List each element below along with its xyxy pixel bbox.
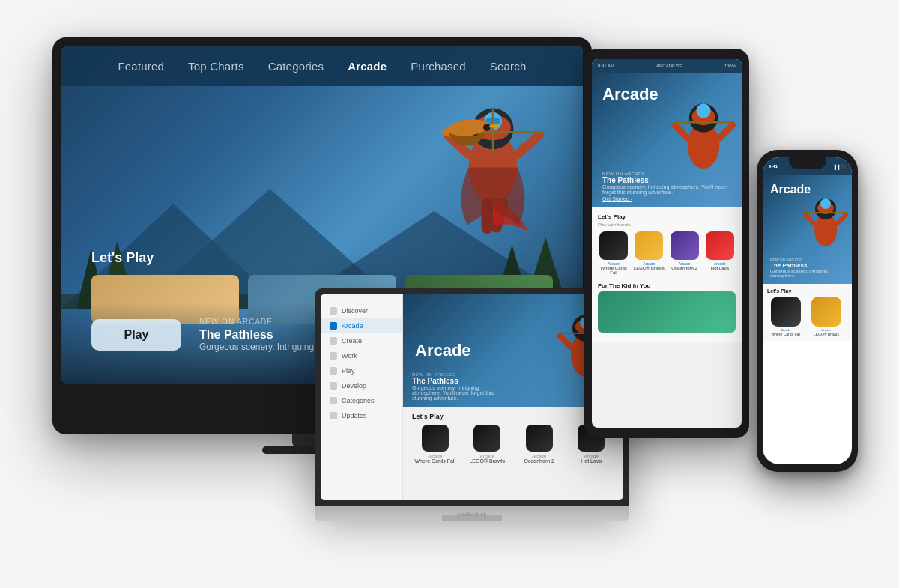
macbook-sidebar-work[interactable]: Work	[321, 348, 402, 363]
iphone-game-name-1: Where Cards Fall	[767, 332, 805, 336]
macbook-game-where-cards-fall[interactable]: Arcade Where Cards Fall	[412, 425, 458, 464]
ipad-device: 9:41 AM ARCADE 5G 100% Arcade	[584, 49, 749, 438]
scene: Featured Top Charts Categories Arcade Pu…	[0, 0, 899, 588]
ipad-for-kid-title: For The Kid In You	[598, 282, 736, 289]
ipad-game-name-4: Hot Lava	[704, 266, 736, 270]
macbook-sidebar-develop[interactable]: Develop	[321, 378, 402, 393]
iphone-bezel: 9:41 ▐▐ ⬛ Arcade	[757, 150, 858, 472]
iphone-content: Let's Play Arcade Where Cards Fall Arcad…	[763, 284, 852, 341]
svg-line-24	[560, 336, 571, 347]
iphone-notch-area: 9:41 ▐▐ ⬛	[763, 157, 852, 175]
tv-new-on-arcade-badge: NEW ON ARCADE	[199, 318, 324, 326]
svg-point-37	[820, 198, 831, 209]
develop-icon	[330, 382, 337, 390]
tv-nav-top-charts[interactable]: Top Charts	[188, 60, 244, 73]
arcade-icon	[330, 322, 337, 330]
ipad-time: 9:41 AM	[598, 64, 614, 68]
svg-line-31	[675, 125, 687, 138]
iphone-game-info: NEW ON ARCADE The Pathless Gorgeous scen…	[770, 258, 852, 278]
iphone-status-icons: ▐▐ ⬛	[833, 164, 846, 169]
ipad-network: ARCADE 5G	[656, 64, 682, 68]
tv-bird	[433, 106, 500, 159]
work-icon	[330, 352, 337, 360]
iphone-game-title: The Pathless	[770, 262, 852, 269]
ipad-game-name-1: Where Cards Fall	[598, 266, 629, 275]
updates-icon	[330, 412, 337, 419]
tv-lets-play-title: Let's Play	[91, 250, 553, 266]
ipad-for-kid-section: For The Kid In You	[598, 282, 736, 333]
ipad-game-lego-brawls[interactable]: Arcade LEGO® Brawls	[633, 231, 665, 275]
macbook-game-name-2: LEGO® Brawls	[464, 458, 511, 464]
iphone-game-icon-1	[771, 297, 801, 327]
macbook-sidebar-play[interactable]: Play	[321, 363, 402, 378]
tv-nav-categories[interactable]: Categories	[268, 60, 324, 73]
play-icon	[330, 367, 337, 375]
macbook-sidebar-categories[interactable]: Categories	[321, 393, 402, 408]
game-icon-oceanhorn	[526, 425, 553, 452]
ipad-bezel: 9:41 AM ARCADE 5G 100% Arcade	[584, 49, 749, 438]
macbook-featured-desc: Gorgeous scenery, Intriguing atmosphere.…	[412, 385, 502, 401]
tv-nav-featured[interactable]: Featured	[118, 60, 164, 73]
ipad-game-icon-3	[671, 231, 699, 260]
iphone-game-1[interactable]: Arcade Where Cards Fall	[767, 297, 805, 336]
macbook-game-oceanhorn[interactable]: Arcade Oceanhorn 2	[516, 425, 563, 464]
macbook-game-name-4: Hot Lava	[569, 458, 615, 464]
macbook-arcade-title: Arcade	[415, 341, 471, 360]
tv-nav-search[interactable]: Search	[490, 60, 527, 73]
macbook-sidebar-updates[interactable]: Updates	[321, 408, 402, 423]
ipad-game-title: The Pathless	[602, 176, 742, 184]
macbook-game-name-3: Oceanhorn 2	[516, 458, 563, 464]
ipad-lets-play-sub: Play with friends	[598, 222, 736, 227]
macbook-game-lego-brawls[interactable]: Arcade LEGO® Brawls	[464, 425, 511, 464]
macbook-screen: Discover Arcade Create Work	[321, 294, 623, 500]
tv-nav-purchased[interactable]: Purchased	[411, 60, 466, 73]
macbook-sidebar-discover[interactable]: Discover	[321, 303, 402, 318]
ipad-game-icon-1	[599, 231, 628, 260]
iphone-screen: 9:41 ▐▐ ⬛ Arcade	[763, 157, 852, 464]
ipad-screen: 9:41 AM ARCADE 5G 100% Arcade	[592, 59, 742, 428]
game-icon-lego-brawls	[473, 425, 500, 452]
svg-line-38	[805, 215, 814, 224]
ipad-game-hot-lava[interactable]: Arcade Hot Lava	[704, 231, 736, 275]
macbook-sidebar: Discover Arcade Create Work	[321, 294, 403, 500]
macbook-featured-info: NEW ON ARCADE The Pathless Gorgeous scen…	[412, 372, 502, 401]
svg-line-6	[518, 136, 539, 155]
ipad-status-bar: 9:41 AM ARCADE 5G 100%	[592, 59, 742, 73]
ipad-get-started-link[interactable]: Get Started ›	[602, 196, 742, 201]
iphone-hero-banner: Arcade NEW ON ARCADE The Pathless	[763, 175, 852, 284]
macbook-screen-container: Discover Arcade Create Work	[315, 288, 629, 506]
iphone-game-2[interactable]: Arcade LEGO® Brawls	[808, 297, 845, 336]
ipad-arcade-title: Arcade	[602, 85, 659, 104]
ipad-for-kid-banner[interactable]	[598, 291, 736, 333]
macbook-sidebar-arcade[interactable]: Arcade	[321, 318, 402, 333]
iphone-game-name-2: LEGO® Brawls	[808, 332, 845, 336]
svg-line-39	[837, 215, 846, 224]
macbook-game-name-1: Where Cards Fall	[412, 458, 458, 464]
iphone-game-desc: Gorgeous scenery, Intriguing atmosphere.	[770, 269, 852, 278]
iphone-game-row: Arcade Where Cards Fall Arcade LEGO® Bra…	[767, 297, 847, 336]
tv-game-desc: Gorgeous scenery. Intriguing at	[199, 342, 324, 352]
iphone-notch	[789, 157, 826, 169]
svg-point-30	[696, 103, 710, 118]
macbook-base: MacBook Air	[315, 506, 629, 521]
ipad-lets-play-title: Let's Play	[598, 213, 736, 220]
ipad-content: Let's Play Play with friends Arcade Wher…	[592, 207, 742, 342]
macbook-sidebar-create[interactable]: Create	[321, 333, 402, 348]
tv-game-title: The Pathless	[199, 328, 324, 342]
macbook-model-label: MacBook Air	[457, 512, 486, 517]
iphone-lets-play-title: Let's Play	[767, 288, 847, 294]
ipad-game-icon-2	[635, 231, 663, 260]
macbook-device: Discover Arcade Create Work	[315, 288, 629, 543]
tv-game-info: NEW ON ARCADE The Pathless Gorgeous scen…	[199, 318, 324, 352]
ipad-battery: 100%	[724, 64, 736, 68]
iphone-game-icon-2	[811, 297, 841, 327]
ipad-game-row: Arcade Where Cards Fall Arcade LEGO® Bra…	[598, 231, 736, 275]
tv-play-button[interactable]: Play	[91, 319, 181, 351]
ipad-game-name-3: Oceanhorn 2	[669, 266, 700, 270]
discover-icon	[330, 307, 337, 315]
tv-navigation: Featured Top Charts Categories Arcade Pu…	[61, 46, 583, 86]
ipad-game-where-cards-fall[interactable]: Arcade Where Cards Fall	[598, 231, 629, 275]
categories-icon	[330, 397, 337, 404]
ipad-game-oceanhorn[interactable]: Arcade Oceanhorn 2	[669, 231, 700, 275]
tv-nav-arcade[interactable]: Arcade	[348, 60, 387, 73]
